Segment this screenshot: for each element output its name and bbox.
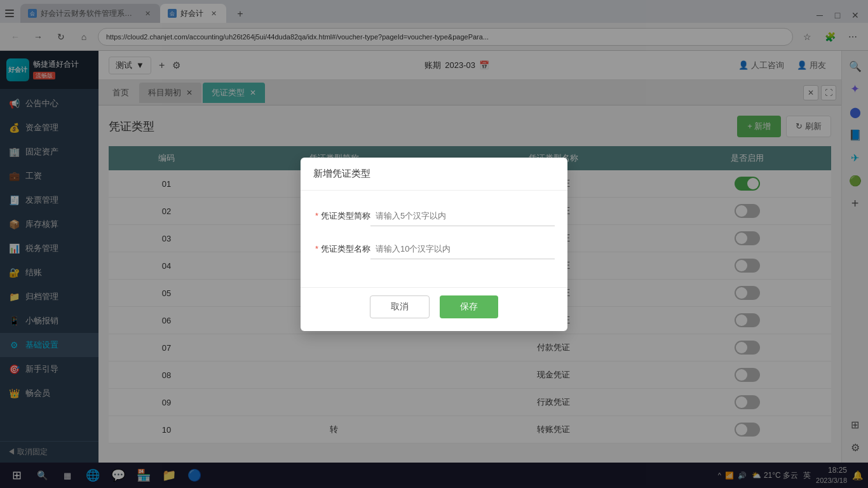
abbr-label: *凭证类型简称: [313, 210, 370, 222]
cancel-button[interactable]: 取消: [370, 295, 430, 318]
dialog-overlay: 新增凭证类型 *凭证类型简称 *凭证类型名称 取消 保存: [0, 0, 868, 488]
dialog-footer: 取消 保存: [301, 287, 567, 331]
dialog-title: 新增凭证类型: [301, 158, 567, 191]
new-voucher-type-dialog: 新增凭证类型 *凭证类型简称 *凭证类型名称 取消 保存: [301, 158, 567, 331]
form-row-name: *凭证类型名称: [313, 239, 555, 259]
name-label: *凭证类型名称: [313, 243, 370, 255]
form-row-abbr: *凭证类型简称: [313, 206, 555, 226]
abbr-input[interactable]: [370, 206, 555, 226]
name-input[interactable]: [370, 239, 555, 259]
dialog-body: *凭证类型简称 *凭证类型名称: [301, 191, 567, 287]
save-button[interactable]: 保存: [440, 295, 498, 318]
name-required-mark: *: [315, 244, 318, 254]
abbr-required-mark: *: [315, 211, 318, 220]
